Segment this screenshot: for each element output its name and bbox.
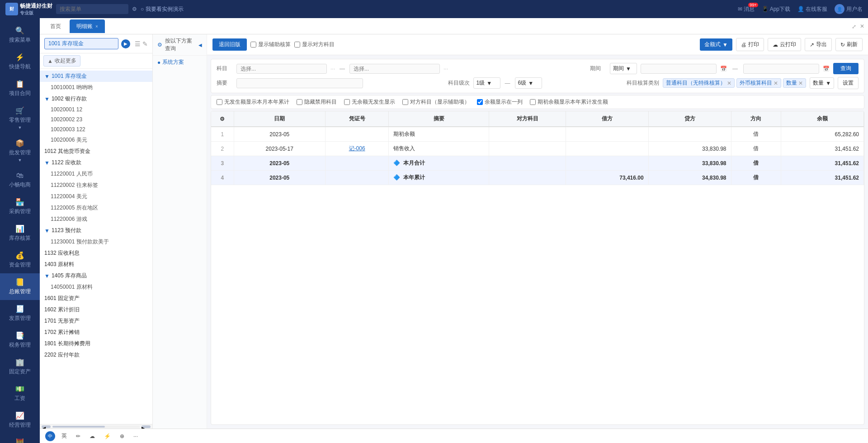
level-from-select[interactable]: 1级 ▼ bbox=[473, 77, 500, 89]
tree-node-11220005[interactable]: 11220005 所在地区 bbox=[40, 202, 152, 214]
tree-node-11220006[interactable]: 11220006 游戏 bbox=[40, 214, 152, 225]
amount-format-btn[interactable]: 金额式 ▼ bbox=[700, 38, 732, 51]
top-search-input[interactable] bbox=[56, 4, 128, 14]
tree-node-10020003[interactable]: 10020003 122 bbox=[40, 124, 152, 134]
bottom-cloud-icon[interactable]: ☁ bbox=[87, 432, 98, 441]
tree-node-11230001[interactable]: 11230001 预付款款美于 bbox=[40, 236, 152, 248]
sidebar-item-operations[interactable]: 📈 经营管理 bbox=[0, 407, 40, 433]
settings-btn[interactable]: ⚙ bbox=[132, 6, 137, 12]
tab-close-btn[interactable]: × bbox=[95, 24, 98, 29]
tree-node-1601[interactable]: 1601 固定资产 bbox=[40, 293, 152, 304]
cb-hide-disabled[interactable]: 隐藏禁用科目 bbox=[297, 98, 337, 106]
level-to-select[interactable]: 6级 ▼ bbox=[515, 77, 542, 89]
user-info[interactable]: 👤 用户名 bbox=[835, 4, 863, 14]
tree-node-14050001[interactable]: 14050001 原材料 bbox=[40, 281, 152, 293]
sidebar-item-ledger[interactable]: 📒 总账管理 bbox=[0, 273, 40, 300]
app-download-btn[interactable]: 📱 App下载 bbox=[762, 5, 790, 13]
tree-node-10020001[interactable]: 10020001 12 bbox=[40, 105, 152, 114]
tree-edit-icon[interactable]: ✎ bbox=[142, 40, 148, 48]
tree-node-2202[interactable]: 2202 应付年款 bbox=[40, 349, 152, 361]
cb-initial-balance[interactable]: 期初余额显示本年累计发生额 bbox=[530, 98, 608, 106]
sidebar-item-retail[interactable]: 🛒 零售管理 ▼ bbox=[0, 102, 40, 134]
tree-node-11220004[interactable]: 11220004 美元 bbox=[40, 191, 152, 202]
sidebar-item-inventory[interactable]: 📊 库存核算 bbox=[0, 220, 40, 247]
cloud-print-btn[interactable]: ☁ 云打印 bbox=[768, 38, 801, 51]
demo-link[interactable]: ○ 我要看实例演示 bbox=[141, 5, 184, 13]
period-cal2-icon[interactable]: 📅 bbox=[823, 66, 830, 72]
cb-counterpart-input[interactable] bbox=[402, 99, 408, 105]
settings-form-btn[interactable]: 设置 bbox=[838, 77, 859, 89]
next-account-btn[interactable]: ▶ bbox=[121, 39, 130, 48]
show-aux-checkbox-label[interactable]: 显示辅助核算 bbox=[250, 41, 291, 48]
cb-no-occurrence[interactable]: 无发生额显示本月本年累计 bbox=[217, 98, 289, 106]
sidebar-item-project[interactable]: 📋 项目合同 bbox=[0, 75, 40, 102]
bottom-more-icon[interactable]: ··· bbox=[131, 432, 141, 441]
tree-node-1403[interactable]: 1403 原材料 bbox=[40, 259, 152, 270]
tag-normal-close[interactable]: ✕ bbox=[727, 80, 731, 86]
online-service-btn[interactable]: 👤 在线客服 bbox=[797, 5, 827, 13]
system-scheme-btn[interactable]: ● 系统方案 bbox=[153, 56, 207, 69]
query-btn[interactable]: 查询 bbox=[833, 63, 859, 74]
sidebar-item-salary[interactable]: 💵 工资 bbox=[0, 380, 40, 407]
sidebar-item-finance[interactable]: 💰 资金管理 bbox=[0, 247, 40, 273]
collapse-filter-btn[interactable]: ◀ bbox=[198, 43, 202, 48]
tree-node-1701[interactable]: 1701 无形资产 bbox=[40, 315, 152, 327]
cb-initial-balance-input[interactable] bbox=[530, 99, 536, 105]
tree-node-10010001[interactable]: 10010001 哟哟哟 bbox=[40, 82, 152, 93]
print-btn[interactable]: 🖨 打印 bbox=[736, 38, 764, 51]
tree-node-11220001[interactable]: 11220001 人民币 bbox=[40, 168, 152, 180]
bottom-plus-icon[interactable]: ⊕ bbox=[117, 432, 127, 441]
period-type-select[interactable]: 期间 ▼ bbox=[610, 63, 637, 74]
tree-node-1012[interactable]: 1012 其他货币资金 bbox=[40, 146, 152, 157]
tree-node-1801[interactable]: 1801 长期待摊费用 bbox=[40, 338, 152, 349]
cb-counterpart[interactable]: 对方科目（显示辅助项） bbox=[402, 98, 470, 106]
tree-node-10020002[interactable]: 10020002 23 bbox=[40, 114, 152, 124]
period-from-input[interactable]: 2023-05 bbox=[641, 64, 717, 74]
tab-home[interactable]: 首页 bbox=[43, 19, 68, 33]
sidebar-item-search[interactable]: 🔍 搜索菜单 bbox=[0, 22, 40, 48]
expand-more-btn[interactable]: ▲ 收起更多 bbox=[43, 55, 80, 67]
cb-no-occurrence-input[interactable] bbox=[217, 99, 222, 105]
sidebar-item-purchase[interactable]: 🏪 采购管理 bbox=[0, 193, 40, 220]
bottom-bolt-icon[interactable]: ⚡ bbox=[101, 432, 113, 441]
sidebar-item-invoice[interactable]: 🧾 发票管理 bbox=[0, 300, 40, 327]
sidebar-item-ecommerce[interactable]: 🛍 小畅电商 bbox=[0, 167, 40, 193]
tag-foreign-close[interactable]: ✕ bbox=[774, 80, 778, 86]
cb-balance-one-col[interactable]: 余额显示在一列 bbox=[477, 98, 523, 106]
cell-voucher-2[interactable]: 记-006 bbox=[326, 142, 389, 156]
cb-balance-one-col-input[interactable] bbox=[477, 99, 483, 105]
bottom-edit-icon[interactable]: ✏ bbox=[73, 432, 83, 441]
tree-node-10020006[interactable]: 10020006 美元 bbox=[40, 134, 152, 146]
cb-no-balance[interactable]: 无余额无发生显示 bbox=[344, 98, 395, 106]
subject-input[interactable] bbox=[236, 64, 327, 74]
tag-quantity-close[interactable]: ✕ bbox=[798, 80, 803, 86]
sidebar-item-tax[interactable]: 📑 税务管理 bbox=[0, 327, 40, 353]
cb-hide-disabled-input[interactable] bbox=[297, 99, 302, 105]
summary-input[interactable] bbox=[236, 78, 363, 88]
sidebar-item-reimbursement[interactable]: 🧮 小畅报销 bbox=[0, 433, 40, 443]
tree-node-1602[interactable]: 1602 累计折旧 bbox=[40, 304, 152, 315]
lang-cn-btn[interactable]: 中 bbox=[45, 431, 55, 441]
tree-node-1001[interactable]: ▼ 1001 库存现金 bbox=[40, 71, 152, 82]
tree-node-1405[interactable]: ▼ 1405 库存商品 bbox=[40, 270, 152, 281]
subject-to-input[interactable] bbox=[349, 64, 440, 74]
return-old-btn[interactable]: 退回旧版 bbox=[212, 38, 247, 51]
tree-scroll-right[interactable]: ▶ bbox=[142, 425, 151, 428]
sidebar-item-assets[interactable]: 🏢 固定资产 bbox=[0, 353, 40, 380]
tree-node-1132[interactable]: 1132 应收利息 bbox=[40, 248, 152, 259]
refresh-btn[interactable]: ↻ 刷新 bbox=[835, 38, 863, 51]
cb-no-balance-input[interactable] bbox=[344, 99, 350, 105]
period-cal1-icon[interactable]: 📅 bbox=[720, 66, 727, 72]
tree-node-1122[interactable]: ▼ 1122 应收款 bbox=[40, 157, 152, 168]
sidebar-item-quicknav[interactable]: ⚡ 快捷导航 bbox=[0, 48, 40, 75]
tree-scroll-left[interactable]: ◀ bbox=[42, 425, 51, 428]
maximize-btn[interactable]: ⤢ bbox=[852, 23, 856, 30]
tree-node-1123[interactable]: ▼ 1123 预付款 bbox=[40, 225, 152, 236]
tree-node-11220002[interactable]: 11220002 往来标签 bbox=[40, 180, 152, 191]
tab-detail[interactable]: 明细账 × bbox=[70, 19, 105, 33]
close-window-btn[interactable]: ✕ bbox=[860, 23, 864, 29]
show-counterpart-checkbox-label[interactable]: 显示对方科目 bbox=[294, 41, 335, 48]
lang-en-btn[interactable]: 英 bbox=[59, 431, 70, 441]
export-btn[interactable]: ↗ 导出 bbox=[805, 38, 832, 51]
sidebar-item-wholesale[interactable]: 📦 批发管理 ▼ bbox=[0, 134, 40, 167]
